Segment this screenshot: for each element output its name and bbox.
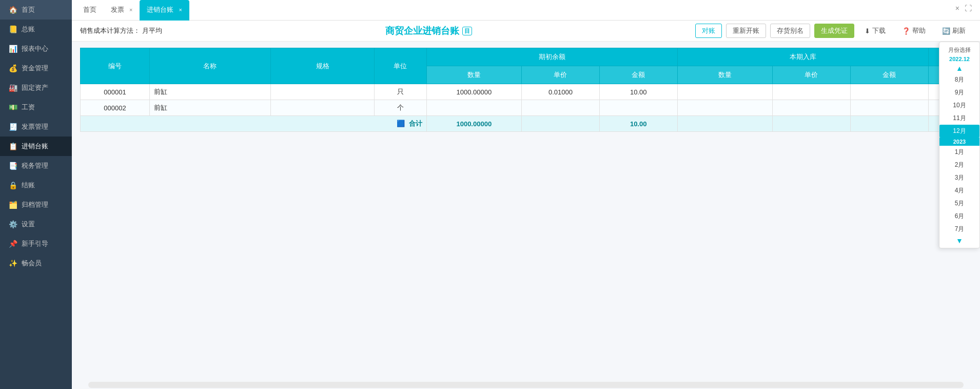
sidebar-item-guide[interactable]: 📌 新手引导 bbox=[0, 234, 72, 254]
tab-invoice[interactable]: 发票 × bbox=[104, 0, 140, 21]
vip-icon: ✨ bbox=[8, 259, 17, 267]
period-qty-header: 数量 bbox=[426, 66, 522, 84]
clipboard-icon: 📋 bbox=[8, 142, 17, 150]
row1-in-amount bbox=[850, 84, 928, 100]
total-row: 🟦 合计 1000.00000 10.00 bbox=[81, 116, 972, 132]
total-period-price bbox=[522, 116, 600, 132]
horizontal-scrollbar[interactable] bbox=[88, 382, 964, 388]
month-7-2023[interactable]: 7月 bbox=[939, 223, 979, 236]
ledger-icon: 📒 bbox=[8, 25, 17, 33]
month-3-2023[interactable]: 3月 bbox=[939, 171, 979, 184]
month-12[interactable]: 12月 bbox=[939, 125, 979, 138]
sidebar-item-purchase-sales[interactable]: 📋 进销台账 bbox=[0, 137, 72, 156]
main-area: × ⛶ 首页 发票 × 进销台账 × 销售成本计算方法： 月平均 商贸企业进销台… bbox=[72, 0, 980, 389]
home-icon: 🏠 bbox=[8, 6, 17, 14]
in-amount-header: 金额 bbox=[850, 66, 928, 84]
month-4-2023[interactable]: 4月 bbox=[939, 184, 979, 197]
month-scroll-up[interactable]: ▲ bbox=[956, 63, 963, 73]
sidebar-item-invoice-mgmt[interactable]: 🧾 发票管理 bbox=[0, 117, 72, 137]
sidebar-item-payroll[interactable]: 💵 工资 bbox=[0, 98, 72, 117]
lock-icon: 🔒 bbox=[8, 181, 17, 189]
sidebar-item-closing[interactable]: 🔒 结账 bbox=[0, 176, 72, 195]
col-unit-header: 单位 bbox=[375, 48, 426, 84]
sidebar-item-tax-mgmt[interactable]: 📑 税务管理 bbox=[0, 156, 72, 176]
money-icon: 💰 bbox=[8, 64, 17, 72]
month-10[interactable]: 10月 bbox=[939, 99, 979, 112]
row1-period-price: 0.01000 bbox=[522, 84, 600, 100]
month-6-2023[interactable]: 6月 bbox=[939, 210, 979, 223]
toolbar-buttons: 对账 重新开账 存货别名 生成凭证 ⬇ 下载 ❓ 帮助 🔄 刷新 bbox=[695, 24, 972, 38]
total-in-price bbox=[773, 116, 851, 132]
receipt-icon: 🧾 bbox=[8, 123, 17, 131]
in-qty-header: 数量 bbox=[677, 66, 773, 84]
sidebar-item-funds[interactable]: 💰 资金管理 bbox=[0, 59, 72, 78]
row1-spec bbox=[271, 84, 375, 100]
factory-icon: 🏭 bbox=[8, 84, 17, 92]
sidebar-item-fixed-assets[interactable]: 🏭 固定资产 bbox=[0, 78, 72, 98]
row1-id: 000001 bbox=[81, 84, 150, 100]
total-icon: 🟦 bbox=[397, 120, 405, 127]
save-alias-button[interactable]: 存货别名 bbox=[770, 24, 810, 38]
refresh-button[interactable]: 🔄 刷新 bbox=[936, 24, 972, 37]
window-controls: × ⛶ bbox=[955, 4, 972, 12]
close-button[interactable]: × bbox=[955, 4, 959, 12]
row2-in-amount bbox=[850, 100, 928, 116]
help-icon: ❓ bbox=[902, 27, 910, 35]
total-period-qty: 1000.00000 bbox=[426, 116, 522, 132]
month-8[interactable]: 8月 bbox=[939, 73, 979, 86]
close-invoice-tab[interactable]: × bbox=[129, 7, 132, 13]
doc-icon: 📑 bbox=[8, 162, 17, 170]
year-2023-label: 2023 bbox=[939, 138, 979, 146]
row1-period-qty: 1000.00000 bbox=[426, 84, 522, 100]
sidebar-item-settings[interactable]: ⚙️ 设置 bbox=[0, 215, 72, 234]
toolbar-row: 销售成本计算方法： 月平均 商贸企业进销台账 目 对账 重新开账 存货别名 生成… bbox=[72, 21, 980, 42]
reconcile-button[interactable]: 对账 bbox=[695, 24, 722, 38]
row1-period-amount: 10.00 bbox=[599, 84, 677, 100]
col-spec-header: 规格 bbox=[271, 48, 375, 84]
row2-name: 前缸 bbox=[149, 100, 270, 116]
month-scroll-down[interactable]: ▼ bbox=[956, 236, 963, 246]
sidebar-item-reports[interactable]: 📊 报表中心 bbox=[0, 39, 72, 59]
row2-period-price bbox=[522, 100, 600, 116]
table-row: 000001 前缸 只 1000.00000 0.01000 10.00 bbox=[81, 84, 972, 100]
in-price-header: 单价 bbox=[773, 66, 851, 84]
tab-purchase-sales[interactable]: 进销台账 × bbox=[140, 0, 189, 21]
month-2-2023[interactable]: 2月 bbox=[939, 159, 979, 171]
month-11[interactable]: 11月 bbox=[939, 112, 979, 125]
total-label: 🟦 合计 bbox=[81, 116, 427, 132]
sidebar-item-home[interactable]: 🏠 首页 bbox=[0, 0, 72, 20]
sidebar-item-vip[interactable]: ✨ 畅会员 bbox=[0, 254, 72, 273]
sidebar-item-archive[interactable]: 🗂️ 归档管理 bbox=[0, 195, 72, 215]
month-5-2023[interactable]: 5月 bbox=[939, 197, 979, 210]
help-button[interactable]: ❓ 帮助 bbox=[896, 24, 932, 37]
period-price-header: 单价 bbox=[522, 66, 600, 84]
archive-icon: 🗂️ bbox=[8, 201, 17, 209]
download-button[interactable]: ⬇ 下载 bbox=[858, 24, 892, 37]
cost-method-label: 销售成本计算方法： 月平均 bbox=[80, 26, 162, 35]
bottom-bar bbox=[72, 381, 980, 389]
year-2022-label: 2022.12 bbox=[949, 55, 970, 63]
gear-icon: ⚙️ bbox=[8, 220, 17, 228]
chart-icon: 📊 bbox=[8, 45, 17, 53]
period-amount-header: 金额 bbox=[599, 66, 677, 84]
page-title: 商贸企业进销台账 目 bbox=[162, 25, 695, 37]
salary-icon: 💵 bbox=[8, 103, 17, 111]
month-panel: 月份选择 2022.12 ▲ 8月 9月 10月 11月 12月 2023 1月… bbox=[939, 42, 980, 248]
note-icon[interactable]: 目 bbox=[462, 27, 472, 35]
maximize-button[interactable]: ⛶ bbox=[965, 4, 972, 12]
col-name-header: 名称 bbox=[149, 48, 270, 84]
sidebar-item-general-ledger[interactable]: 📒 总账 bbox=[0, 20, 72, 39]
close-purchase-sales-tab[interactable]: × bbox=[179, 7, 182, 13]
month-9[interactable]: 9月 bbox=[939, 86, 979, 99]
row2-id: 000002 bbox=[81, 100, 150, 116]
row2-unit: 个 bbox=[375, 100, 426, 116]
total-in-qty bbox=[677, 116, 773, 132]
reopen-button[interactable]: 重新开账 bbox=[726, 24, 766, 38]
tab-home[interactable]: 首页 bbox=[76, 0, 104, 21]
main-table: 编号 名称 规格 单位 期初余额 本期入库 数 数量 单价 金额 数量 单价 金… bbox=[80, 48, 972, 132]
tab-bar: 首页 发票 × 进销台账 × bbox=[72, 0, 980, 21]
row2-period-qty bbox=[426, 100, 522, 116]
content-area: 编号 名称 规格 单位 期初余额 本期入库 数 数量 单价 金额 数量 单价 金… bbox=[72, 42, 980, 381]
generate-voucher-button[interactable]: 生成凭证 bbox=[814, 24, 854, 38]
month-1-2023[interactable]: 1月 bbox=[939, 146, 979, 159]
